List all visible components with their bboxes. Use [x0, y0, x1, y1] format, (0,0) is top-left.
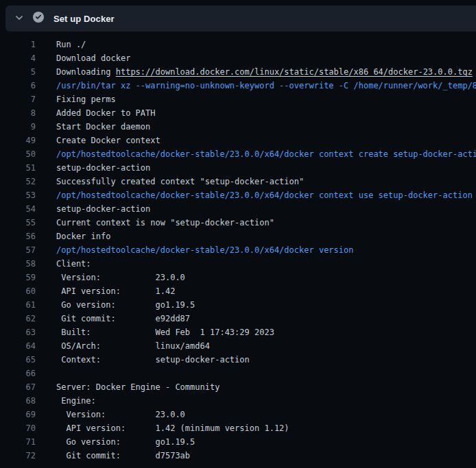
log-line: 4▼Download docker — [0, 51, 476, 65]
log-text: setup-docker-action — [56, 202, 150, 216]
log-text: API version: 1.42 — [56, 284, 175, 298]
line-number[interactable]: 62 — [0, 312, 36, 325]
log-line: 52Successfully created context "setup-do… — [0, 175, 476, 188]
log-text: Git commit: e92dd87 — [56, 312, 190, 325]
line-number[interactable]: 52 — [0, 175, 36, 188]
log-line: 58Client: — [0, 257, 476, 271]
line-number[interactable]: 61 — [0, 298, 36, 312]
line-number[interactable]: 71 — [0, 435, 36, 449]
log-group-header[interactable]: ▼Download docker — [56, 51, 130, 65]
log-line: 54setup-docker-action — [0, 202, 476, 216]
log-text: Context: setup-docker-action — [56, 353, 250, 367]
log-line: 65 Context: setup-docker-action — [0, 353, 476, 367]
line-number[interactable]: 7 — [0, 93, 36, 106]
line-number[interactable]: 64 — [0, 339, 36, 353]
log-text: Go version: go1.19.5 — [56, 435, 195, 449]
line-number[interactable]: 56 — [0, 230, 36, 243]
line-number[interactable]: 50 — [0, 147, 36, 161]
log-line: 71 Go version: go1.19.5 — [0, 435, 476, 449]
log-line: 55Current context is now "setup-docker-a… — [0, 216, 476, 230]
line-number[interactable]: 55 — [0, 216, 36, 230]
log-line: 8Added Docker to PATH — [0, 106, 476, 120]
line-number[interactable]: 59 — [0, 271, 36, 284]
group-title[interactable]: Start Docker daemon — [56, 122, 150, 132]
log-text: Downloading https://download.docker.com/… — [56, 65, 473, 79]
line-number[interactable]: 53 — [0, 188, 36, 202]
log-text: Version: 23.0.0 — [56, 408, 185, 421]
line-number[interactable]: 8 — [0, 106, 36, 120]
log-line: 9▶Start Docker daemon — [0, 120, 476, 134]
log-line: 63 Built: Wed Feb 1 17:43:29 2023 — [0, 325, 476, 339]
log-line: 56▼Docker info — [0, 230, 476, 243]
log-line: 59 Version: 23.0.0 — [0, 271, 476, 284]
log-line: 51setup-docker-action — [0, 161, 476, 175]
line-number[interactable]: 9 — [0, 120, 36, 134]
log-line: 69 Version: 23.0.0 — [0, 408, 476, 421]
log-line: 67Server: Docker Engine - Community — [0, 380, 476, 394]
command-text: /usr/bin/tar xz --warning=no-unknown-key… — [56, 79, 476, 93]
chevron-down-icon[interactable] — [15, 12, 23, 25]
log-text: OS/Arch: linux/amd64 — [56, 339, 210, 353]
line-number[interactable]: 58 — [0, 257, 36, 271]
log-line: 64 OS/Arch: linux/amd64 — [0, 339, 476, 353]
step-header[interactable]: Set up Docker — [5, 5, 476, 32]
log-line: 53/opt/hostedtoolcache/docker-stable/23.… — [0, 188, 476, 202]
log-line: 72 Git commit: d7573ab — [0, 449, 476, 463]
log-text: Fixing perms — [56, 93, 116, 106]
line-number[interactable]: 54 — [0, 202, 36, 216]
line-number[interactable]: 57 — [0, 243, 36, 257]
command-text: /opt/hostedtoolcache/docker-stable/23.0.… — [56, 147, 476, 161]
log-text: setup-docker-action — [56, 161, 150, 175]
group-title[interactable]: Download docker — [56, 53, 130, 63]
line-number[interactable]: 49 — [0, 134, 36, 147]
log-group-header[interactable]: ▶Run ./ — [56, 38, 86, 51]
log-link[interactable]: https://download.docker.com/linux/static… — [116, 67, 473, 77]
log-line: 5Downloading https://download.docker.com… — [0, 65, 476, 79]
line-number[interactable]: 70 — [0, 421, 36, 435]
log-text: Client: — [56, 257, 91, 271]
line-number[interactable]: 6 — [0, 79, 36, 93]
line-number[interactable]: 63 — [0, 325, 36, 339]
group-title[interactable]: Create Docker context — [56, 136, 160, 145]
log-text: Added Docker to PATH — [56, 106, 156, 120]
command-text: /opt/hostedtoolcache/docker-stable/23.0.… — [56, 243, 353, 257]
log-text: Built: Wed Feb 1 17:43:29 2023 — [56, 325, 274, 339]
line-number[interactable]: 1 — [0, 38, 36, 51]
log-line: 70 API version: 1.42 (minimum version 1.… — [0, 421, 476, 435]
log-text: Version: 23.0.0 — [56, 271, 185, 284]
line-number[interactable]: 67 — [0, 380, 36, 394]
log-text: Go version: go1.19.5 — [56, 298, 195, 312]
log-text: API version: 1.42 (minimum version 1.12) — [56, 421, 289, 435]
line-number[interactable]: 68 — [0, 394, 36, 408]
log-text-prefix: Downloading — [56, 67, 116, 77]
line-number[interactable]: 72 — [0, 449, 36, 463]
line-number[interactable]: 51 — [0, 161, 36, 175]
line-number[interactable]: 65 — [0, 353, 36, 367]
log-line: 50/opt/hostedtoolcache/docker-stable/23.… — [0, 147, 476, 161]
log-line: 60 API version: 1.42 — [0, 284, 476, 298]
log-line: 68 Engine: — [0, 394, 476, 408]
log-line: 49▼Create Docker context — [0, 134, 476, 147]
group-title[interactable]: Docker info — [56, 232, 110, 241]
log-text: Successfully created context "setup-dock… — [56, 175, 304, 188]
line-number[interactable]: 5 — [0, 65, 36, 79]
log-text: Engine: — [56, 394, 96, 408]
group-title[interactable]: Run ./ — [56, 40, 86, 49]
log-text: Current context is now "setup-docker-act… — [56, 216, 274, 230]
log-group-header[interactable]: ▼Docker info — [56, 230, 110, 243]
check-circle-icon — [33, 12, 44, 25]
log-text: Server: Docker Engine - Community — [56, 380, 219, 394]
log-group-header[interactable]: ▶Start Docker daemon — [56, 120, 150, 134]
log-area: 1▶Run ./4▼Download docker5Downloading ht… — [0, 32, 476, 468]
line-number[interactable]: 69 — [0, 408, 36, 421]
log-group-header[interactable]: ▼Create Docker context — [56, 134, 160, 147]
log-line: 7Fixing perms — [0, 93, 476, 106]
log-line: 61 Go version: go1.19.5 — [0, 298, 476, 312]
step-title: Set up Docker — [53, 14, 115, 24]
log-line: 6/usr/bin/tar xz --warning=no-unknown-ke… — [0, 79, 476, 93]
log-line: 62 Git commit: e92dd87 — [0, 312, 476, 325]
line-number[interactable]: 4 — [0, 51, 36, 65]
line-number[interactable]: 60 — [0, 284, 36, 298]
line-number[interactable]: 66 — [0, 367, 36, 380]
log-line: 1▶Run ./ — [0, 38, 476, 51]
